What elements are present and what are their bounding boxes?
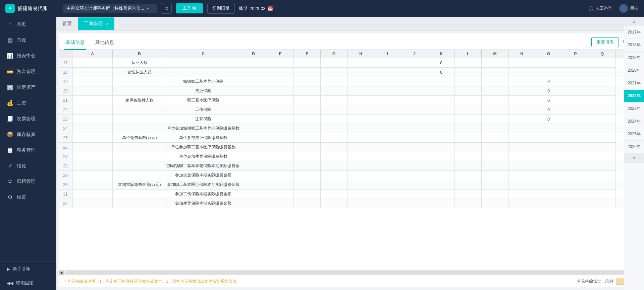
cell-17-D[interactable] (240, 58, 267, 68)
cell-27-F[interactable] (294, 152, 321, 161)
cell-22-L[interactable] (455, 105, 482, 115)
cell-28-N[interactable] (508, 161, 535, 171)
cell-28-F[interactable] (294, 161, 321, 171)
cell-19-P[interactable] (562, 77, 589, 86)
cell-29-G[interactable] (321, 171, 347, 180)
cell-25-G[interactable] (321, 133, 347, 143)
cell-21-J[interactable] (401, 96, 428, 105)
cell-26-E[interactable] (267, 143, 294, 152)
sidebar-item-settings[interactable]: ⚙ 设置 (0, 189, 56, 205)
cell-23-L[interactable] (455, 115, 482, 124)
cell-31-G[interactable] (321, 190, 347, 199)
cell-23-I[interactable] (374, 115, 401, 124)
cell-22-H[interactable] (347, 105, 374, 115)
cell-24-C[interactable]: 单位参加城镇职工基本养老保险缴费基数 (166, 124, 240, 133)
cell-20-B[interactable] (113, 86, 166, 96)
cell-30-P[interactable] (562, 180, 589, 190)
cell-19-I[interactable] (374, 77, 401, 86)
cell-31-L[interactable] (455, 190, 482, 199)
year-item[interactable]: 2026年 (624, 141, 644, 153)
cell-20-O[interactable]: 0 (535, 86, 562, 96)
year-item[interactable]: 2020年 (624, 64, 644, 77)
cell-18-K[interactable]: 0 (428, 68, 455, 77)
year-item[interactable]: 2022年 (624, 90, 644, 102)
cell-19-H[interactable] (347, 77, 374, 86)
cell-17-L[interactable] (455, 58, 482, 68)
cell-28-Q[interactable] (589, 161, 616, 171)
cell-17-C[interactable] (166, 58, 240, 68)
cell-22-P[interactable] (562, 105, 589, 115)
cell-29-Q[interactable] (589, 171, 616, 180)
cell-28-M[interactable] (482, 161, 508, 171)
cell-29-B[interactable] (113, 171, 166, 180)
cell-20-Q[interactable] (589, 86, 616, 96)
cell-22-O[interactable]: 0 (535, 105, 562, 115)
cell-32-B[interactable] (113, 199, 166, 208)
cell-23-K[interactable] (428, 115, 455, 124)
cell-22-B[interactable] (113, 105, 166, 115)
cell-30-L[interactable] (455, 180, 482, 190)
cell-32-P[interactable] (562, 199, 589, 208)
cell-22-N[interactable] (508, 105, 535, 115)
cell-24-D[interactable] (240, 124, 267, 133)
consult-button[interactable]: 🎧 人工咨询 (588, 5, 612, 11)
cell-24-G[interactable] (321, 124, 347, 133)
sidebar-item-tax[interactable]: 📋 税务管理 (0, 142, 56, 158)
cell-28-B[interactable] (113, 161, 166, 171)
cell-18-N[interactable] (508, 68, 535, 77)
cell-29-C[interactable]: 参加失业保险本期实际缴费金额 (166, 171, 240, 180)
company-selector[interactable]: 中审众环会计师事务所（特殊普通合伙... ▼ (63, 4, 157, 13)
year-panel-toggle[interactable]: ◀ (624, 147, 624, 160)
cell-28-A[interactable] (72, 161, 113, 171)
cell-31-P[interactable] (562, 190, 589, 199)
year-down-arrow[interactable]: ▼ (624, 153, 644, 163)
cell-22-M[interactable] (482, 105, 508, 115)
cell-31-N[interactable] (508, 190, 535, 199)
cell-23-D[interactable] (240, 115, 267, 124)
cell-32-L[interactable] (455, 199, 482, 208)
cell-19-C[interactable]: 城镇职工基本养老保险 (166, 77, 240, 86)
cell-18-D[interactable] (240, 68, 267, 77)
cell-21-P[interactable] (562, 96, 589, 105)
cell-28-L[interactable] (455, 161, 482, 171)
cell-30-D[interactable] (240, 180, 267, 190)
calendar-icon[interactable]: 📅 (268, 6, 273, 11)
cell-21-N[interactable] (508, 96, 535, 105)
cell-23-M[interactable] (482, 115, 508, 124)
cell-25-H[interactable] (347, 133, 374, 143)
cell-18-F[interactable] (294, 68, 321, 77)
cell-27-G[interactable] (321, 152, 347, 161)
cell-19-D[interactable] (240, 77, 267, 86)
cell-32-D[interactable] (240, 199, 267, 208)
cell-20-E[interactable] (267, 86, 294, 96)
cell-23-P[interactable] (562, 115, 589, 124)
sidebar-item-ledger[interactable]: ▤ 总账 (0, 32, 56, 48)
cell-25-Q[interactable] (589, 133, 616, 143)
sidebar-item-reports[interactable]: 📊 报表中心 (0, 48, 56, 64)
cell-27-B[interactable] (113, 152, 166, 161)
cell-32-E[interactable] (267, 199, 294, 208)
cell-28-H[interactable] (347, 161, 374, 171)
cell-21-O[interactable]: 0 (535, 96, 562, 105)
cell-31-C[interactable]: 参加工伤保险本期实际缴费金额 (166, 190, 240, 199)
cell-17-I[interactable] (374, 58, 401, 68)
cell-18-E[interactable] (267, 68, 294, 77)
cell-26-A[interactable] (72, 143, 113, 152)
cell-25-A[interactable] (72, 133, 113, 143)
cell-31-M[interactable] (482, 190, 508, 199)
sidebar-item-home[interactable]: ⌂ 首页 (0, 17, 56, 32)
cell-18-I[interactable] (374, 68, 401, 77)
cell-28-P[interactable] (562, 161, 589, 171)
cell-27-A[interactable] (72, 152, 113, 161)
cell-17-G[interactable] (321, 58, 347, 68)
cell-18-O[interactable] (535, 68, 562, 77)
cell-22-E[interactable] (267, 105, 294, 115)
sidebar-item-inventory[interactable]: 📦 库存核算 (0, 127, 56, 142)
sidebar-item-payroll[interactable]: 💰 工资 (0, 95, 56, 111)
cell-19-O[interactable]: 0 (535, 77, 562, 86)
sidebar-item-closing[interactable]: ✓ 结账 (0, 158, 56, 174)
cell-30-K[interactable] (428, 180, 455, 190)
cell-30-Q[interactable] (589, 180, 616, 190)
cell-21-M[interactable] (482, 96, 508, 105)
cell-27-H[interactable] (347, 152, 374, 161)
